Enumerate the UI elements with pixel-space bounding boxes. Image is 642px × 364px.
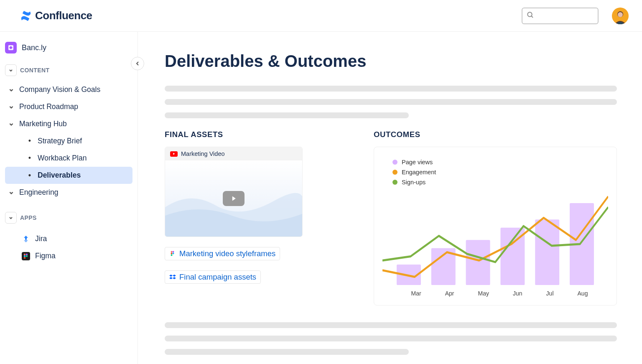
page-title: Deliverables & Outcomes — [165, 52, 617, 71]
legend-item-signups: Sign-ups — [392, 179, 608, 186]
chart-legend: Page views Engagement Sign-ups — [392, 159, 608, 186]
jira-icon — [22, 235, 30, 243]
tree-item-workback[interactable]: • Workback Plan — [5, 150, 132, 167]
tree-item-label: Workback Plan — [38, 154, 87, 163]
placeholder-line — [165, 349, 409, 355]
tree-item-engineering[interactable]: Engineering — [5, 184, 132, 201]
asset-link-label: Marketing video styleframes — [179, 249, 275, 258]
svg-rect-20 — [535, 219, 559, 285]
video-embed-card[interactable]: Marketing Video — [165, 147, 303, 237]
tree-item-label: Marketing Hub — [19, 120, 67, 128]
video-card-header: Marketing Video — [165, 147, 302, 160]
bullet-icon: • — [26, 171, 33, 180]
apps-label: APPS — [20, 214, 37, 221]
header-right — [522, 8, 629, 24]
user-avatar[interactable] — [612, 8, 629, 24]
svg-point-14 — [173, 253, 174, 255]
svg-point-6 — [24, 253, 25, 255]
tree-item-deliverables[interactable]: • Deliverables — [5, 167, 132, 184]
video-thumbnail — [165, 160, 302, 237]
tree-item-label: Deliverables — [38, 171, 81, 180]
page-content: Deliverables & Outcomes FINAL ASSETS Mar… — [138, 32, 642, 364]
svg-point-10 — [24, 257, 25, 258]
legend-label: Page views — [402, 159, 433, 165]
tree-item-strategy[interactable]: • Strategy Brief — [5, 132, 132, 150]
wave-decoration — [165, 182, 302, 237]
section-title-assets: FINAL ASSETS — [165, 130, 340, 139]
svg-point-12 — [173, 251, 174, 253]
app-item-label: Jira — [35, 234, 47, 243]
space-switcher[interactable]: Banc.ly — [5, 40, 132, 61]
sidebar: Banc.ly CONTENT Company Vision & Goals P… — [0, 32, 138, 364]
tree-item-label: Strategy Brief — [38, 137, 82, 145]
svg-rect-18 — [466, 240, 490, 285]
video-title: Marketing Video — [181, 150, 225, 157]
content-tree: Company Vision & Goals Product Roadmap M… — [5, 81, 132, 201]
svg-point-0 — [527, 12, 532, 17]
youtube-icon — [170, 151, 178, 157]
dropbox-icon — [169, 274, 176, 280]
apps-section-header: APPS — [5, 209, 132, 227]
tree-item-roadmap[interactable]: Product Roadmap — [5, 98, 132, 115]
confluence-icon — [20, 10, 32, 22]
outcomes-chart — [382, 189, 608, 285]
tree-item-vision[interactable]: Company Vision & Goals — [5, 81, 132, 98]
svg-point-8 — [24, 255, 25, 257]
placeholder-line — [165, 336, 617, 341]
svg-point-15 — [171, 255, 173, 256]
outcomes-section: OUTCOMES Page views Engagement — [374, 130, 617, 305]
placeholder-line — [165, 99, 617, 105]
bullet-icon: • — [26, 137, 33, 145]
legend-dot — [392, 160, 397, 165]
chevron-down-icon — [8, 87, 15, 92]
product-name: Confluence — [35, 9, 92, 22]
section-title-outcomes: OUTCOMES — [374, 130, 617, 139]
content-label: CONTENT — [20, 67, 49, 74]
space-icon — [5, 42, 17, 53]
tree-item-marketing[interactable]: Marketing Hub — [5, 115, 132, 132]
space-name: Banc.ly — [22, 43, 46, 52]
tree-item-label: Company Vision & Goals — [19, 85, 100, 94]
placeholder-line — [165, 112, 409, 118]
final-assets-section: FINAL ASSETS Marketing Video — [165, 130, 340, 305]
apps-expand-button[interactable] — [5, 212, 17, 224]
chart-x-axis: MarAprMayJunJulAug — [382, 287, 608, 297]
svg-line-1 — [531, 16, 533, 18]
figma-icon — [22, 252, 30, 260]
placeholder-line — [165, 86, 617, 92]
figma-icon — [169, 250, 176, 257]
legend-label: Engagement — [402, 169, 436, 176]
legend-dot — [392, 180, 397, 185]
app-item-jira[interactable]: Jira — [5, 230, 132, 247]
placeholder-line — [165, 322, 617, 328]
product-logo[interactable]: Confluence — [20, 9, 92, 22]
svg-point-13 — [171, 253, 173, 255]
bullet-icon: • — [26, 154, 33, 163]
apps-list: Jira Figma — [5, 230, 132, 265]
app-item-figma[interactable]: Figma — [5, 247, 132, 265]
search-icon — [527, 11, 534, 20]
asset-link-campaign[interactable]: Final campaign assets — [165, 270, 261, 284]
sidebar-collapse-button[interactable] — [131, 57, 144, 70]
asset-link-styleframes[interactable]: Marketing video styleframes — [165, 247, 280, 260]
content-section-header: CONTENT — [5, 61, 132, 79]
legend-item-pageviews: Page views — [392, 159, 608, 165]
outcomes-chart-card: Page views Engagement Sign-ups MarAprMay… — [374, 147, 617, 305]
svg-point-3 — [618, 12, 623, 17]
asset-link-label: Final campaign assets — [179, 272, 256, 282]
app-header: Confluence — [0, 0, 642, 32]
svg-point-7 — [26, 253, 28, 255]
search-input[interactable] — [522, 8, 599, 24]
legend-label: Sign-ups — [402, 179, 425, 186]
tree-item-label: Product Roadmap — [19, 102, 78, 111]
app-item-label: Figma — [35, 252, 56, 260]
tree-item-label: Engineering — [19, 188, 58, 197]
svg-point-9 — [26, 255, 28, 257]
placeholder-block — [165, 322, 617, 355]
svg-point-11 — [171, 251, 173, 253]
legend-dot — [392, 170, 397, 175]
chevron-down-icon — [8, 104, 15, 109]
chevron-down-icon — [8, 122, 15, 127]
play-button[interactable] — [223, 191, 245, 206]
content-expand-button[interactable] — [5, 64, 17, 76]
